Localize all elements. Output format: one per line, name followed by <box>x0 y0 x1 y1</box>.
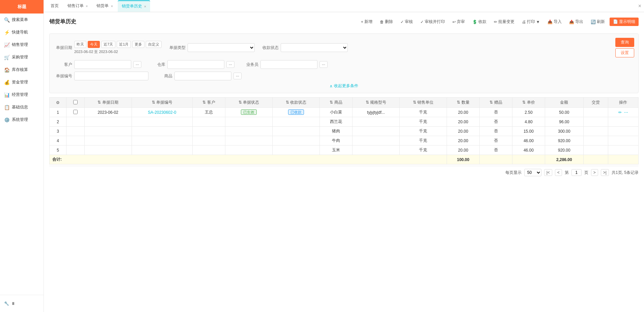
batch-change-icon: ✏ <box>494 20 497 24</box>
last-page-btn[interactable]: >| <box>601 169 609 176</box>
goods-ellipsis[interactable]: ··· <box>233 73 242 79</box>
row-spec: tyjyjtyjdf... <box>353 108 400 117</box>
edit-action[interactable]: ✏ <box>618 110 622 115</box>
warehouse-ellipsis[interactable]: ··· <box>226 61 234 68</box>
set-button[interactable]: 设置 <box>615 48 634 57</box>
row-unit-price: 2.50 <box>512 108 545 117</box>
sidebar-bottom-settings[interactable]: 🔧 ⏸ <box>0 298 44 309</box>
date-btn-7days[interactable]: 近7天 <box>101 41 115 48</box>
show-detail-icon: 📄 <box>613 19 618 24</box>
tab-sales-history[interactable]: 销货单历史 × <box>118 0 150 12</box>
tab-sales-goods-close[interactable]: × <box>111 4 113 8</box>
collect-button[interactable]: 💲 收款 <box>470 18 489 26</box>
first-page-btn[interactable]: |< <box>544 169 552 176</box>
approve-print-icon: ✓ <box>420 20 424 24</box>
collapse-button[interactable]: ∧ 收起更多条件 <box>54 83 634 89</box>
filter-doc-no: 单据编号 <box>54 72 148 80</box>
doc-no-input[interactable] <box>74 72 148 80</box>
salesperson-ellipsis[interactable]: ··· <box>319 61 328 68</box>
sidebar-item-label: 系统管理 <box>12 117 28 123</box>
abandon-button[interactable]: ↩ 弃审 <box>450 18 468 26</box>
approve-button[interactable]: ✓ 审核 <box>398 18 416 26</box>
row-checkbox[interactable] <box>73 110 78 114</box>
th-doc-status[interactable]: ⇅ 单据状态 <box>225 98 273 108</box>
customer-input[interactable] <box>74 60 131 69</box>
th-doc-date[interactable]: ⇅ 单据日期 <box>84 98 132 108</box>
doc-status-badge: 已生效 <box>241 109 257 115</box>
th-gift[interactable]: ⇅ 赠品 <box>479 98 512 108</box>
tab-sales-history-label: 销货单历史 <box>122 3 142 9</box>
warehouse-label: 仓库 <box>147 62 165 68</box>
tab-sales-order-close[interactable]: × <box>86 4 88 8</box>
warehouse-input[interactable] <box>167 60 224 69</box>
summary-label: 合计: <box>50 155 447 164</box>
th-amount: 金额 <box>545 98 583 108</box>
th-customer[interactable]: ⇅ 客户 <box>193 98 225 108</box>
approve-print-button[interactable]: ✓ 审核并打印 <box>418 18 448 26</box>
add-button[interactable]: + 新增 <box>358 18 375 26</box>
sidebar-item-basic-info[interactable]: 📋 基础信息 <box>0 101 44 113</box>
export-button[interactable]: 📤 导出 <box>566 18 586 26</box>
doc-no-label: 单据编号 <box>54 73 72 79</box>
row-doc-no[interactable]: SA-20230602-0 <box>132 108 193 117</box>
page-size-select[interactable]: 50 100 <box>524 169 541 176</box>
salesperson-input[interactable] <box>260 60 317 69</box>
sidebar-item-label: 库存核算 <box>12 67 28 73</box>
delete-button[interactable]: 🗑 删除 <box>377 18 396 26</box>
print-button[interactable]: 🖨 打印 ▼ <box>519 18 543 26</box>
sidebar-item-sys-mgmt[interactable]: ⚙️ 系统管理 <box>0 113 44 126</box>
sidebar-item-sales-mgmt[interactable]: 📈 销售管理 <box>0 38 44 51</box>
th-unit-price[interactable]: ⇅ 单价 <box>512 98 545 108</box>
payment-status-select[interactable] <box>281 43 348 52</box>
tab-sales-goods[interactable]: 销货单 × <box>92 0 117 12</box>
goods-input[interactable] <box>174 72 231 80</box>
sidebar-item-inventory[interactable]: 🏠 库存核算 <box>0 63 44 76</box>
quick-nav-icon: ⚡ <box>4 30 10 35</box>
th-doc-no[interactable]: ⇅ 单据编号 <box>132 98 193 108</box>
date-btn-today[interactable]: 今天 <box>88 41 100 48</box>
th-goods[interactable]: ⇅ 商品 <box>319 98 352 108</box>
tab-sales-order[interactable]: 销售订单 × <box>63 0 92 12</box>
import-button[interactable]: 📥 导入 <box>545 18 564 26</box>
refresh-button[interactable]: 🔄 刷新 <box>588 18 608 26</box>
page-input[interactable] <box>571 169 582 176</box>
row-gift: 否 <box>479 108 512 117</box>
global-close-btn[interactable]: × <box>638 3 641 9</box>
prev-page-btn[interactable]: < <box>555 169 562 176</box>
sidebar-item-quick-nav[interactable]: ⚡ 快捷导航 <box>0 26 44 38</box>
sidebar-item-finance[interactable]: 💰 资金管理 <box>0 76 44 88</box>
show-detail-button[interactable]: 📄 显示明细 <box>610 18 639 26</box>
sidebar-item-purchase-mgmt[interactable]: 🛒 采购管理 <box>0 51 44 63</box>
date-label: 单据日期 <box>54 45 72 51</box>
date-btn-yesterday[interactable]: 昨天 <box>74 41 86 48</box>
table-row: 5 玉米 千克 20.00 否 46.00 920.00 <box>50 146 639 155</box>
th-transaction: 交货 <box>583 98 608 108</box>
abandon-icon: ↩ <box>452 20 456 24</box>
th-unit[interactable]: ⇅ 销售单位 <box>399 98 447 108</box>
th-qty[interactable]: ⇅ 数量 <box>447 98 479 108</box>
query-button[interactable]: 查询 <box>615 38 634 47</box>
th-gear[interactable]: ⚙ <box>50 98 66 108</box>
tab-sales-history-close[interactable]: × <box>144 4 146 8</box>
tab-home[interactable]: 首页 <box>47 0 63 12</box>
select-all-checkbox[interactable] <box>73 100 78 104</box>
customer-ellipsis[interactable]: ··· <box>133 61 141 68</box>
sidebar-item-search-menu[interactable]: 🔍 搜索菜单 <box>0 14 44 26</box>
th-spec[interactable]: ⇅ 规格型号 <box>353 98 400 108</box>
date-btn-more[interactable]: 更多 <box>132 41 144 48</box>
th-checkbox[interactable] <box>66 98 85 108</box>
next-page-btn[interactable]: > <box>591 169 598 176</box>
th-payment-status[interactable]: ⇅ 收款状态 <box>273 98 320 108</box>
tab-home-label: 首页 <box>51 3 59 9</box>
salesperson-label: 业务员 <box>240 62 258 68</box>
import-icon: 📥 <box>548 20 553 24</box>
table-row: 4 牛肉 千克 20.00 否 46.00 920.00 <box>50 136 639 146</box>
ops-mgmt-icon: 📊 <box>4 92 10 98</box>
date-btn-1month[interactable]: 近1月 <box>117 41 131 48</box>
date-btn-custom[interactable]: 自定义 <box>146 41 162 48</box>
sidebar-item-ops-mgmt[interactable]: 📊 经营管理 <box>0 88 44 101</box>
more-action[interactable]: ⋯ <box>624 110 628 115</box>
batch-change-button[interactable]: ✏ 批量变更 <box>491 18 517 26</box>
doc-type-select[interactable] <box>188 43 255 52</box>
payment-status-label: 收款状态 <box>260 45 279 51</box>
